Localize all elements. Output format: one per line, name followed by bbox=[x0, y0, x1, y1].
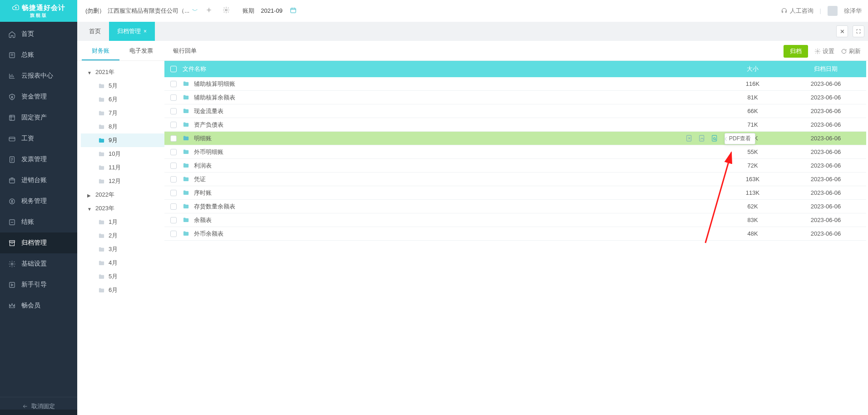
file-name: 余额表 bbox=[194, 216, 212, 224]
view-pdf-icon[interactable] bbox=[710, 134, 719, 143]
svg-point-9 bbox=[11, 263, 13, 265]
table-row[interactable]: 序时账 113K 2023-06-06 bbox=[164, 186, 866, 200]
nav-item-home[interactable]: 首页 bbox=[0, 24, 77, 44]
close-tab-button[interactable]: ✕ bbox=[836, 25, 848, 37]
archive-button[interactable]: 归档 bbox=[784, 45, 808, 58]
tree-month[interactable]: 6月 bbox=[81, 283, 164, 297]
tab-首页[interactable]: 首页 bbox=[81, 22, 109, 41]
row-checkbox[interactable] bbox=[170, 108, 177, 114]
nav-item-asset[interactable]: 固定资产 bbox=[0, 107, 77, 128]
tree-month[interactable]: 1月 bbox=[81, 215, 164, 229]
row-checkbox[interactable] bbox=[170, 135, 177, 142]
table-row[interactable]: 辅助核算余额表 81K 2023-06-06 bbox=[164, 91, 866, 104]
nav-item-setting[interactable]: 基础设置 bbox=[0, 253, 77, 274]
page-tabs: 首页归档管理× ✕ bbox=[77, 22, 868, 41]
tree-month[interactable]: 5月 bbox=[81, 270, 164, 283]
company-name: 江西服宝精品有限责任公司（... bbox=[108, 7, 189, 15]
row-checkbox[interactable] bbox=[170, 176, 177, 183]
tree-month[interactable]: 6月 bbox=[81, 93, 164, 106]
tree-month[interactable]: 3月 bbox=[81, 242, 164, 256]
folder-icon bbox=[98, 259, 105, 267]
header-name[interactable]: 文件名称 bbox=[183, 65, 720, 73]
tree-month[interactable]: 5月 bbox=[81, 79, 164, 93]
nav-item-vip[interactable]: 畅会员 bbox=[0, 295, 77, 316]
file-size: 113K bbox=[720, 189, 785, 196]
salary-icon bbox=[8, 135, 16, 143]
tree-month[interactable]: 12月 bbox=[81, 174, 164, 188]
row-checkbox[interactable] bbox=[170, 190, 177, 196]
nav-label: 总账 bbox=[21, 51, 34, 59]
header-size[interactable]: 大小 bbox=[720, 65, 785, 73]
table-row[interactable]: 资产负债表 71K 2023-06-06 bbox=[164, 118, 866, 132]
subtab-财务账[interactable]: 财务账 bbox=[82, 42, 119, 60]
row-checkbox[interactable] bbox=[170, 163, 177, 169]
tree-month[interactable]: 4月 bbox=[81, 256, 164, 270]
tree-year[interactable]: 2021年 bbox=[81, 65, 164, 79]
header-date[interactable]: 归档日期 bbox=[785, 65, 866, 73]
nav-item-stock[interactable]: 进销台账 bbox=[0, 170, 77, 191]
vip-icon bbox=[8, 302, 16, 310]
nav-item-chart[interactable]: 云报表中心 bbox=[0, 65, 77, 86]
row-checkbox[interactable] bbox=[170, 231, 177, 237]
user-name[interactable]: 徐泽华 bbox=[844, 7, 862, 15]
folder-icon bbox=[98, 287, 105, 294]
folder-icon bbox=[98, 96, 105, 103]
row-checkbox[interactable] bbox=[170, 94, 177, 101]
row-checkbox[interactable] bbox=[170, 217, 177, 223]
close-icon[interactable]: × bbox=[144, 28, 147, 35]
consult-button[interactable]: 人工咨询 bbox=[781, 7, 813, 15]
add-company-button[interactable] bbox=[203, 6, 215, 15]
tree-month[interactable]: 9月 bbox=[81, 133, 164, 147]
tree-month[interactable]: 10月 bbox=[81, 147, 164, 161]
tree-year[interactable]: 2022年 bbox=[81, 188, 164, 202]
table-row[interactable]: 余额表 83K 2023-06-06 bbox=[164, 213, 866, 227]
row-checkbox[interactable] bbox=[170, 149, 177, 155]
select-all-checkbox[interactable] bbox=[170, 66, 177, 72]
tree-month[interactable]: 11月 bbox=[81, 161, 164, 174]
tab-归档管理[interactable]: 归档管理× bbox=[109, 22, 155, 41]
nav-item-archive[interactable]: 归档管理 bbox=[0, 232, 77, 253]
ledger-icon bbox=[8, 51, 16, 59]
settings-link[interactable]: 设置 bbox=[814, 47, 834, 55]
table-row[interactable]: 外币余额表 48K 2023-06-06 bbox=[164, 227, 866, 241]
row-checkbox[interactable] bbox=[170, 122, 177, 128]
close-icon bbox=[8, 218, 16, 226]
subtab-电子发票[interactable]: 电子发票 bbox=[119, 42, 163, 60]
refresh-link[interactable]: 刷新 bbox=[841, 47, 861, 55]
nav-item-funds[interactable]: 资金管理 bbox=[0, 86, 77, 107]
calendar-icon[interactable] bbox=[290, 7, 297, 15]
export-excel-icon[interactable] bbox=[684, 134, 694, 143]
table-row[interactable]: 外币明细账 55K 2023-06-06 bbox=[164, 145, 866, 159]
nav-item-guide[interactable]: 新手引导 bbox=[0, 274, 77, 295]
row-checkbox[interactable] bbox=[170, 203, 177, 210]
avatar[interactable] bbox=[828, 6, 838, 16]
table-row[interactable]: 辅助核算明细账 116K 2023-06-06 bbox=[164, 77, 866, 91]
nav-item-salary[interactable]: 工资 bbox=[0, 128, 77, 149]
tree-month[interactable]: 8月 bbox=[81, 120, 164, 133]
nav-item-close[interactable]: 结账 bbox=[0, 212, 77, 232]
table-row[interactable]: 利润表 72K 2023-06-06 bbox=[164, 159, 866, 173]
file-table: 文件名称 大小 归档日期 辅助核算明细账 116K 2023-06-06 辅助核… bbox=[164, 61, 868, 415]
svg-rect-10 bbox=[10, 282, 15, 287]
nav-item-ledger[interactable]: 总账 bbox=[0, 44, 77, 65]
tree-month[interactable]: 7月 bbox=[81, 106, 164, 120]
file-size: 66K bbox=[720, 108, 785, 114]
tree-month[interactable]: 2月 bbox=[81, 229, 164, 242]
fullscreen-button[interactable] bbox=[853, 25, 864, 37]
row-checkbox[interactable] bbox=[170, 81, 177, 87]
table-row[interactable]: 现金流量表 66K 2023-06-06 bbox=[164, 104, 866, 118]
table-row[interactable]: 凭证 163K 2023-06-06 bbox=[164, 173, 866, 186]
company-settings-button[interactable] bbox=[220, 6, 233, 15]
table-row[interactable]: 明细账 46K 2023-06-06 PDF查看 bbox=[164, 132, 866, 145]
subtab-银行回单[interactable]: 银行回单 bbox=[163, 42, 207, 60]
company-selector[interactable]: (勿删） 江西服宝精品有限责任公司（... ﹀ bbox=[85, 7, 198, 15]
export-pdf-icon[interactable] bbox=[697, 134, 706, 143]
nav-item-invoice[interactable]: 发票管理 bbox=[0, 149, 77, 170]
tree-year[interactable]: 2023年 bbox=[81, 202, 164, 215]
table-row[interactable]: 存货数量余额表 62K 2023-06-06 bbox=[164, 200, 866, 213]
cloud-icon bbox=[12, 4, 20, 12]
tooltip: PDF查看 bbox=[724, 133, 755, 144]
nav-item-tax[interactable]: 税务管理 bbox=[0, 191, 77, 212]
period-value[interactable]: 2021-09 bbox=[261, 7, 283, 14]
file-date: 2023-06-06 bbox=[785, 94, 866, 101]
